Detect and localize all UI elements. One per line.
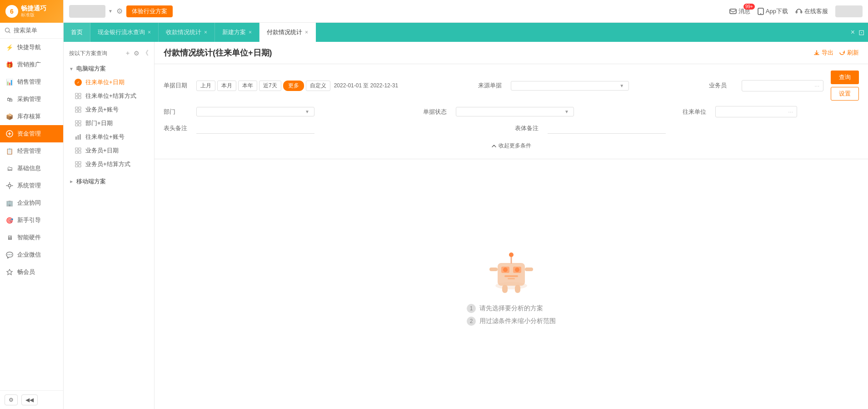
tab-receipt-stats-close[interactable]: ×: [204, 29, 207, 35]
table-header-note-input[interactable]: [196, 123, 314, 134]
collapse-more-btn[interactable]: 收起更多条件: [489, 139, 534, 152]
staff-select[interactable]: ···: [742, 80, 823, 91]
enterprise-icon: 🏢: [5, 199, 14, 207]
scheme-counterpart-account[interactable]: 往来单位+账号: [64, 130, 154, 144]
operation-icon: 📋: [5, 147, 14, 155]
svg-rect-32: [498, 263, 525, 286]
svg-rect-12: [75, 107, 78, 109]
trial-btn[interactable]: 体验行业方案: [126, 5, 173, 17]
tip-1-text: 请先选择要分析的方案: [479, 304, 543, 313]
scheme-grid-icon-1: [75, 92, 82, 100]
tab-receipt-stats[interactable]: 收款情况统计 ×: [159, 23, 215, 42]
date-last-month-btn[interactable]: 上月: [196, 81, 215, 91]
mobile-group-header[interactable]: ▼ 移动端方案: [64, 175, 154, 188]
sidebar-item-wechat[interactable]: 💬 企业微信: [0, 246, 63, 263]
scheme-counterpart-settle[interactable]: 往来单位+结算方式: [64, 89, 154, 103]
svg-point-36: [515, 268, 519, 272]
sidebar-item-inventory[interactable]: 📦 库存核算: [0, 108, 63, 125]
scheme-counterpart-settle-label: 往来单位+结算方式: [85, 92, 136, 100]
topbar-settings-icon[interactable]: ⚙: [116, 7, 123, 15]
sidebar-item-basic[interactable]: 🗂 基础信息: [0, 160, 63, 177]
page-header-actions: 导出 刷新: [813, 49, 859, 57]
sidebar-item-operation[interactable]: 📋 经营管理: [0, 142, 63, 160]
sidebar-item-marketing[interactable]: 🎁 营销推广: [0, 56, 63, 73]
messages-btn[interactable]: 消息 99+: [729, 7, 750, 15]
table-body-note-input[interactable]: [548, 123, 666, 134]
dept-select[interactable]: ▼: [196, 107, 314, 116]
tab-close-all-btn[interactable]: ×: [851, 28, 855, 36]
sidebar-item-guide[interactable]: 🎯 新手引导: [0, 212, 63, 229]
mobile-group-label: 移动端方案: [76, 177, 106, 186]
desktop-group-header[interactable]: ▼ 电脑端方案: [64, 62, 154, 76]
topbar-user-right[interactable]: [835, 5, 863, 17]
scheme-chart-icon: [75, 133, 82, 141]
staff-label: 业务员: [709, 81, 734, 90]
collapse-icon: [491, 143, 497, 149]
tab-bank-flow-label: 现金银行流水查询: [98, 28, 145, 36]
svg-rect-20: [75, 136, 77, 140]
sidebar-item-purchase[interactable]: 🛍 采购管理: [0, 91, 63, 108]
online-service-btn[interactable]: 在线客服: [795, 7, 828, 15]
tab-expand-btn[interactable]: ⊡: [858, 28, 864, 37]
sidebar-item-hardware[interactable]: 🖥 智能硬件: [0, 229, 63, 246]
tab-home[interactable]: 首页: [64, 23, 90, 42]
add-scheme-btn[interactable]: ＋: [125, 49, 131, 57]
tab-controls: × ⊡: [847, 23, 868, 42]
sidebar-item-sales[interactable]: 📊 销售管理: [0, 73, 63, 91]
scheme-staff-date[interactable]: 业务员+日期: [64, 144, 154, 157]
sidebar-item-marketing-label: 营销推广: [17, 61, 41, 69]
scheme-staff-account[interactable]: 业务员+账号: [64, 103, 154, 116]
tab-new-scheme[interactable]: 新建方案 ×: [215, 23, 259, 42]
tab-new-scheme-close[interactable]: ×: [249, 29, 252, 35]
scheme-active-icon: ✓: [75, 79, 82, 86]
marketing-icon: 🎁: [5, 61, 14, 69]
date-buttons: 上月 本月 本年 近7天 更多 自定义 2022-01-01 至 2022-12…: [196, 81, 398, 91]
search-menu[interactable]: 搜索菜单: [0, 23, 63, 39]
tab-payment-stats[interactable]: 付款情况统计 ×: [259, 23, 316, 42]
svg-rect-42: [525, 268, 533, 271]
scheme-counterpart-date[interactable]: ✓ 往来单位+日期: [64, 76, 154, 89]
refresh-label: 刷新: [847, 49, 859, 57]
date-this-year-btn[interactable]: 本年: [238, 81, 257, 91]
tab-bank-flow-close[interactable]: ×: [148, 29, 151, 35]
sidebar-settings-btn[interactable]: ⚙: [5, 394, 18, 405]
topbar-user[interactable]: ▼: [69, 5, 113, 18]
sidebar-bottom: ⚙ ◀◀: [0, 390, 63, 409]
sidebar-item-system[interactable]: 系统管理: [0, 177, 63, 194]
refresh-btn[interactable]: 刷新: [839, 49, 859, 57]
date-this-month-btn[interactable]: 本月: [217, 81, 236, 91]
collapse-left-btn[interactable]: 《: [142, 49, 149, 57]
date-more-btn[interactable]: 更多: [283, 81, 304, 91]
app-download-btn[interactable]: App下载: [758, 7, 788, 15]
sidebar-item-quick-nav[interactable]: ⚡ 快捷导航: [0, 39, 63, 56]
date-7days-btn[interactable]: 近7天: [259, 81, 281, 91]
sidebar-item-enterprise[interactable]: 🏢 企业协同: [0, 194, 63, 212]
export-btn[interactable]: 导出: [813, 49, 833, 57]
svg-rect-22: [80, 134, 81, 140]
filter-row-1: 单据日期 上月 本月 本年 近7天 更多 自定义 2022-01-01 至 20…: [164, 71, 859, 101]
settings-btn[interactable]: 设置: [831, 87, 859, 101]
query-btn[interactable]: 查询: [831, 71, 859, 84]
sidebar-collapse-btn[interactable]: ◀◀: [21, 394, 38, 405]
sidebar-item-member[interactable]: 畅会员: [0, 263, 63, 281]
voucher-status-select[interactable]: ▼: [456, 107, 574, 116]
counterpart-label: 往来单位: [683, 108, 708, 116]
tab-payment-stats-close[interactable]: ×: [305, 29, 308, 35]
scheme-staff-settle[interactable]: 业务员+结算方式: [64, 157, 154, 171]
edit-scheme-btn[interactable]: ⚙: [134, 50, 140, 57]
date-custom-btn[interactable]: 自定义: [306, 81, 330, 91]
left-panel-header: 按以下方案查询 ＋ ⚙ 《: [64, 46, 154, 62]
logo-subtitle: 标准版: [21, 12, 46, 18]
source-select[interactable]: ▼: [511, 81, 629, 91]
scheme-dept-date[interactable]: 部门+日期: [64, 116, 154, 130]
sidebar-item-capital[interactable]: 资金管理: [0, 125, 63, 142]
tab-bank-flow[interactable]: 现金银行流水查询 ×: [90, 23, 159, 42]
right-content: 付款情况统计(往来单位+日期) 导出 刷新: [155, 42, 868, 409]
tip-2-text: 用过滤条件来缩小分析范围: [479, 317, 556, 325]
left-panel: 按以下方案查询 ＋ ⚙ 《 ▼ 电脑端方案 ✓ 往来单位+日期: [64, 42, 155, 409]
counterpart-select[interactable]: ···: [715, 106, 797, 117]
svg-rect-8: [75, 93, 78, 96]
svg-rect-26: [79, 151, 81, 153]
scheme-counterpart-date-label: 往来单位+日期: [85, 78, 125, 86]
svg-rect-7: [801, 11, 802, 13]
